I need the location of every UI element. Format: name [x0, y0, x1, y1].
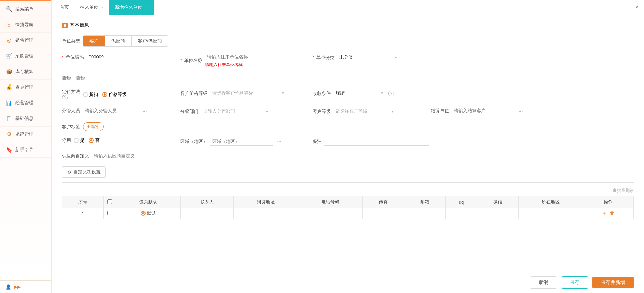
customer-level-select[interactable]: 请选择客户等级 ▼	[333, 107, 396, 116]
home-icon: ⌂	[6, 21, 13, 28]
customer-price-level-group: 客户价格等级 请选择客户价格等级 ▼	[180, 89, 313, 98]
pricing-radio-price-level[interactable]: 价格等级	[102, 91, 127, 98]
col-default: 设为默认	[116, 196, 180, 208]
sidebar-item-system[interactable]: ⚙ 系统管理	[0, 127, 51, 142]
operations-icon: 📊	[6, 99, 13, 106]
tab-partners[interactable]: 往来单位 ×	[74, 0, 109, 15]
window-close-button[interactable]: ×	[633, 4, 641, 10]
pricing-radio-discount[interactable]: 折扣	[83, 91, 98, 98]
row-checkbox[interactable]	[107, 211, 112, 215]
remark-input[interactable]	[324, 137, 429, 146]
sidebar-item-sales[interactable]: ◎ 销售管理	[0, 33, 51, 48]
disabled-radio-yes[interactable]: 是	[74, 137, 85, 144]
sidebar-item-basic[interactable]: 📋 基础信息	[0, 111, 51, 127]
tab-new-partner[interactable]: 新增往来单位 ×	[109, 0, 153, 15]
customer-level-arrow: ▼	[391, 109, 394, 113]
settle-unit-group: 结算单位 ···	[431, 107, 634, 115]
settle-unit-input[interactable]	[452, 107, 515, 115]
default-radio-circle	[141, 211, 146, 216]
tab-partners-close[interactable]: ×	[102, 5, 104, 9]
sidebar-item-search[interactable]: 🔍 搜索菜单	[0, 1, 51, 17]
unit-code-group: * 单位编码	[62, 53, 180, 61]
add-row-icon[interactable]: ＋	[602, 210, 607, 217]
price-level-radio-circle	[102, 92, 107, 97]
inventory-icon: 📦	[6, 68, 13, 75]
sales-icon: ◎	[6, 37, 13, 44]
sidebar-item-purchase[interactable]: 🛒 采购管理	[0, 48, 51, 64]
custom-settings-button[interactable]: ⚙ 自定义项设置	[62, 166, 106, 178]
manager-row: 分管人员 ··· 分管部门 请输入分管部门 ▼ 客户等级 请选择客户等级	[62, 107, 634, 116]
settle-unit-ellipsis[interactable]: ···	[517, 108, 524, 114]
col-wechat: 微信	[477, 196, 518, 208]
batch-delete-icon: 🗑	[613, 188, 617, 194]
unit-class-arrow: ▼	[394, 56, 398, 59]
payment-terms-label: 收款条件	[313, 90, 331, 97]
default-radio[interactable]: 默认	[119, 210, 176, 217]
sidebar-item-label: 快捷导航	[15, 22, 33, 28]
pricing-help-icon[interactable]: ?	[62, 95, 68, 100]
tab-partners-label: 往来单位	[80, 4, 98, 10]
cancel-button[interactable]: 取消	[530, 276, 557, 289]
save-button[interactable]: 保存	[561, 276, 588, 289]
department-group: 分管部门 请输入分管部门 ▼	[180, 107, 313, 116]
save-new-button[interactable]: 保存并新增	[592, 277, 634, 288]
sidebar-item-quick-nav[interactable]: ⌂ 快捷导航	[0, 17, 51, 33]
remark-label: 备注	[313, 138, 322, 145]
manager-input[interactable]	[83, 107, 139, 115]
gear-icon: ⚙	[67, 170, 71, 175]
tags-group: 客户标签 + 标签	[62, 122, 104, 131]
unit-class-label: * 单位分类	[313, 55, 335, 61]
tab-home[interactable]: 首页	[54, 0, 74, 15]
type-btn-both[interactable]: 客户/供应商	[132, 36, 168, 46]
customer-level-group: 客户等级 请选择客户等级 ▼	[313, 107, 431, 116]
unit-code-input[interactable]	[87, 53, 149, 61]
disabled-radio-no[interactable]: 否	[89, 137, 100, 144]
delete-row-icon[interactable]: 🗑	[610, 210, 614, 217]
manager-ellipsis[interactable]: ···	[141, 108, 148, 114]
unit-name-input[interactable]	[205, 53, 275, 61]
finance-icon: 💰	[6, 84, 13, 91]
sidebar-item-guide[interactable]: 🔖 新手引导	[0, 142, 51, 158]
add-tag-button[interactable]: + 标签	[83, 122, 104, 131]
type-btn-customer[interactable]: 客户	[83, 36, 105, 46]
region-label: 区域（地区）	[180, 138, 207, 145]
region-input[interactable]	[210, 137, 273, 146]
region-group: 区域（地区） ···	[180, 137, 313, 146]
tab-new-partner-close[interactable]: ×	[146, 5, 148, 9]
expand-icon: ▶▶	[14, 284, 21, 290]
abbr-input[interactable]	[74, 74, 143, 82]
unit-name-label: * 单位名称	[180, 57, 202, 64]
type-btn-supplier[interactable]: 供应商	[105, 36, 132, 46]
sidebar-item-inventory[interactable]: 📦 库存核算	[0, 64, 51, 80]
custom-settings-label: 自定义项设置	[73, 169, 101, 175]
cell-wechat	[477, 208, 518, 219]
price-level-arrow: ▼	[281, 91, 285, 95]
remark-group: 备注	[313, 137, 634, 146]
unit-name-field-wrap: 请输入往来单位名称	[205, 53, 275, 68]
sidebar-item-finance[interactable]: 💰 资金管理	[0, 80, 51, 95]
manager-label: 分管人员	[62, 108, 80, 114]
customer-price-level-select[interactable]: 请选择客户价格等级 ▼	[210, 89, 287, 98]
main-area: 首页 往来单位 × 新增往来单位 × × ▣ 基本信息 单位类型 客户 供应商 …	[52, 0, 644, 293]
select-all-checkbox[interactable]	[107, 199, 112, 204]
sidebar-item-label: 库存核算	[15, 68, 33, 75]
manager-group: 分管人员 ···	[62, 107, 180, 115]
sidebar-bottom[interactable]: 👤 ▶▶	[0, 280, 51, 293]
cell-email	[404, 208, 446, 219]
sidebar: 🔍 搜索菜单 ⌂ 快捷导航 ◎ 销售管理 🛒 采购管理 📦 库存核算 💰 资金管…	[0, 0, 52, 293]
payment-help-icon[interactable]: ?	[388, 91, 394, 96]
unit-class-select[interactable]: 未分类 ▼	[337, 53, 400, 62]
supplier-custom-input[interactable]	[92, 152, 168, 160]
user-icon: 👤	[6, 284, 11, 290]
region-ellipsis[interactable]: ···	[276, 139, 283, 144]
abbr-group: 简称	[62, 74, 180, 82]
col-email: 邮箱	[404, 196, 446, 208]
payment-terms-select[interactable]: 现结 ▼	[333, 89, 386, 98]
sidebar-item-operations[interactable]: 📊 经营管理	[0, 95, 51, 111]
section-title-text: 基本信息	[70, 22, 89, 29]
sidebar-item-label: 新手引导	[15, 147, 33, 153]
settle-unit-label: 结算单位	[431, 108, 449, 114]
batch-delete-label: 批量删除	[617, 188, 634, 194]
section-title: ▣ 基本信息	[62, 22, 634, 29]
department-select[interactable]: 请输入分管部门 ▼	[201, 107, 271, 116]
